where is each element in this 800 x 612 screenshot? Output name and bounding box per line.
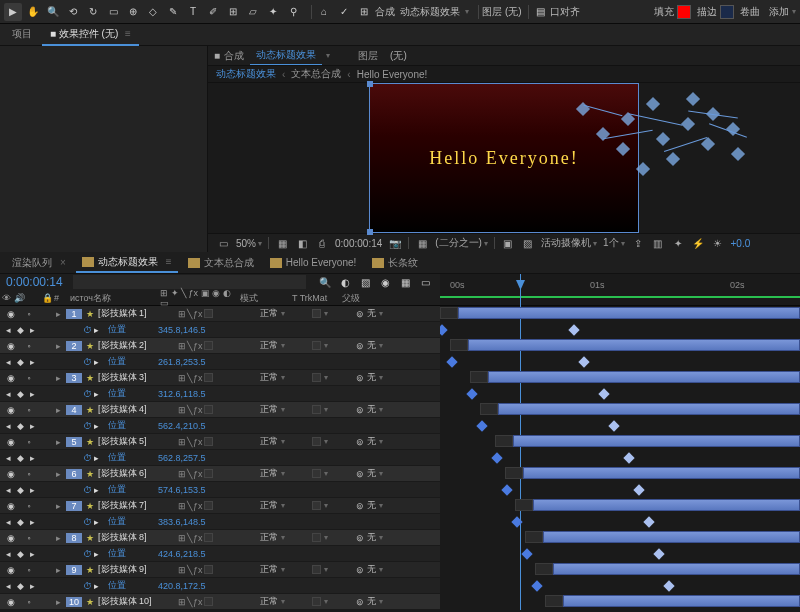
visible-toggle-icon[interactable]: ◉ [7,342,15,350]
quality-switch[interactable] [204,309,213,318]
trk-col-header[interactable]: T TrkMat [290,293,340,303]
property-value[interactable]: 562.8,257.5 [156,453,246,463]
trkmat-dropdown[interactable]: ▾ [306,309,356,318]
tl-search-icon[interactable]: 🔍 [316,273,334,291]
hand-tool-icon[interactable]: ✋ [24,3,42,21]
keyframe-icon[interactable] [578,356,589,367]
pickwhip-icon[interactable]: ⊚ [356,309,364,319]
add-kf-icon[interactable]: ◆ [16,454,24,462]
quality-switch[interactable] [204,373,213,382]
next-kf-icon[interactable]: ▸ [28,390,36,398]
next-kf-icon[interactable]: ▸ [28,422,36,430]
pickwhip-icon[interactable]: ⊚ [356,533,364,543]
layer-in-handle[interactable] [450,339,468,351]
layer-row[interactable]: ◉◦▸1★[影技媒体 1]⊞╲ƒx正常▾▾⊚无▾ [0,306,440,322]
channel-icon[interactable]: ◧ [295,236,309,250]
orbit-tool-icon[interactable]: ⟲ [64,3,82,21]
prev-kf-icon[interactable]: ◂ [4,454,12,462]
quality-switch[interactable] [204,341,213,350]
blend-mode-dropdown[interactable]: 正常▾ [254,307,306,320]
trkmat-dropdown[interactable]: ▾ [306,597,356,606]
shy-switch-icon[interactable]: ⊞ [178,533,186,543]
layer-name[interactable]: [影技媒体 3] [96,371,174,384]
brush-tool-icon[interactable]: ✐ [204,3,222,21]
stopwatch-icon[interactable]: ⏱ [80,485,94,495]
trkmat-dropdown[interactable]: ▾ [306,565,356,574]
quality-switch[interactable] [204,469,213,478]
work-area-bar[interactable] [440,296,800,298]
stopwatch-icon[interactable]: ⏱ [80,421,94,431]
property-row[interactable]: ◂◆▸⏱▸位置312.6,118.5 [0,386,440,402]
add-kf-icon[interactable]: ◆ [16,582,24,590]
fill-swatch[interactable] [677,5,691,19]
bbox-handle[interactable] [367,229,373,235]
stopwatch-icon[interactable]: ⏱ [80,325,94,335]
visible-toggle-icon[interactable]: ◉ [7,438,15,446]
visible-toggle-icon[interactable]: ◉ [7,470,15,478]
keyframe-icon[interactable] [466,388,477,399]
pen-tool-icon[interactable]: ✎ [164,3,182,21]
breadcrumb-item[interactable]: Hello Everyone! [357,69,428,80]
blend-mode-dropdown[interactable]: 正常▾ [254,531,306,544]
current-timecode[interactable]: 0:00:00:14 [6,275,63,289]
keyframe-icon[interactable] [643,516,654,527]
prev-kf-icon[interactable]: ◂ [4,390,12,398]
keyframe-icon[interactable] [653,548,664,559]
layer-name[interactable]: [影技媒体 1] [96,307,174,320]
twirl-icon[interactable]: ▸ [52,341,64,351]
label-color-icon[interactable]: ★ [84,597,96,607]
solo-toggle-icon[interactable]: ◦ [25,502,33,510]
motion-blur-icon[interactable]: ◉ [376,273,394,291]
stopwatch-icon[interactable]: ⏱ [80,389,94,399]
label-color-icon[interactable]: ★ [84,437,96,447]
keyframe-icon[interactable] [511,516,522,527]
layer-row[interactable]: ◉◦▸4★[影技媒体 4]⊞╲ƒx正常▾▾⊚无▾ [0,402,440,418]
shy-switch-icon[interactable]: ⊞ [178,469,186,479]
tab-menu-icon[interactable]: ≡ [125,28,131,39]
layer-row[interactable]: ◉◦▸2★[影技媒体 2]⊞╲ƒx正常▾▾⊚无▾ [0,338,440,354]
next-kf-icon[interactable]: ▸ [28,486,36,494]
project-tab[interactable]: 项目 [4,24,40,46]
pickwhip-icon[interactable]: ⊚ [356,469,364,479]
shape-tool-icon[interactable]: ◇ [144,3,162,21]
parent-dropdown[interactable]: ⊚无▾ [356,371,418,384]
comp-name-label[interactable]: 动态标题效果 [400,5,460,19]
label-color-icon[interactable]: ★ [84,405,96,415]
playhead[interactable] [520,274,521,306]
property-row[interactable]: ◂◆▸⏱▸位置424.6,218.5 [0,546,440,562]
shy-switch-icon[interactable]: ⊞ [178,405,186,415]
pickwhip-icon[interactable]: ⊚ [356,597,364,607]
layer-bar[interactable] [533,499,800,511]
quality-switch[interactable] [204,501,213,510]
name-col-header[interactable]: источ名称 [68,292,158,305]
visible-toggle-icon[interactable]: ◉ [7,310,15,318]
layer-in-handle[interactable] [470,371,488,383]
solo-toggle-icon[interactable]: ◦ [25,470,33,478]
fx-switch-icon[interactable]: ƒx [193,597,203,607]
stopwatch-icon[interactable]: ⏱ [80,517,94,527]
prev-kf-icon[interactable]: ◂ [4,326,12,334]
next-kf-icon[interactable]: ▸ [28,550,36,558]
twirl-icon[interactable]: ▸ [94,453,106,463]
fx-switch-icon[interactable]: ƒx [193,341,203,351]
parent-dropdown[interactable]: ⊚无▾ [356,307,418,320]
parent-dropdown[interactable]: ⊚无▾ [356,403,418,416]
shy-switch-icon[interactable]: ⊞ [178,309,186,319]
switches-col-header[interactable]: ⊞ ✦ ╲ ƒx ▣ ◉ ◐ ▭ [158,288,238,308]
property-row[interactable]: ◂◆▸⏱▸位置420.8,172.5 [0,578,440,594]
layer-name[interactable]: [影技媒体 9] [96,563,174,576]
ruler[interactable]: 00s 01s 02s [440,274,800,306]
trkmat-dropdown[interactable]: ▾ [306,501,356,510]
layer-bar[interactable] [543,531,800,543]
next-kf-icon[interactable]: ▸ [28,454,36,462]
collapse-switch-icon[interactable]: ╲ [187,437,192,447]
tl-tab-hello[interactable]: Hello Everyone! [264,255,363,270]
snapshot-icon[interactable]: ⎙ [315,236,329,250]
layer-in-handle[interactable] [525,531,543,543]
property-name[interactable]: 位置 [106,515,156,528]
label-color-icon[interactable]: ★ [84,565,96,575]
layer-bar[interactable] [513,435,800,447]
label-color-icon[interactable]: ★ [84,533,96,543]
property-row[interactable]: ◂◆▸⏱▸位置562.8,257.5 [0,450,440,466]
camera-icon[interactable]: 📷 [388,236,402,250]
